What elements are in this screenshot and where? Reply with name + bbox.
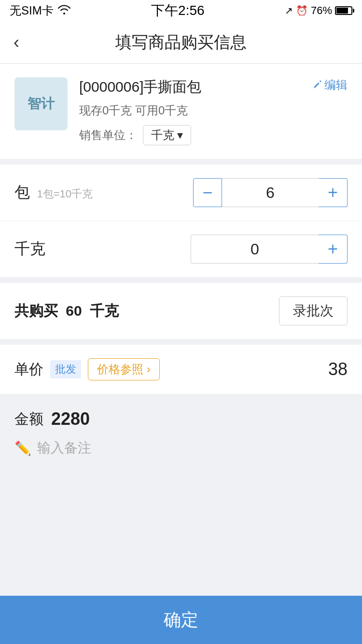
product-logo: 智计: [28, 95, 55, 113]
note-row[interactable]: ✏️ 输入备注: [0, 434, 362, 472]
product-unit-row: 销售单位： 千克 ▾: [79, 125, 348, 145]
battery-icon: [335, 6, 352, 15]
amount-value: 2280: [51, 409, 90, 429]
product-stock: 现存0千克 可用0千克: [79, 103, 348, 118]
quantity-row-bao: 包 1包=10千克 − +: [0, 165, 362, 221]
quantity-row-kg: 千克 +: [0, 221, 362, 277]
batch-tag: 批发: [50, 360, 81, 378]
amount-section: 金额 2280 ✏️ 输入备注: [0, 394, 362, 472]
product-name: [0000006]手撕面包: [79, 77, 201, 97]
qty-input-kg[interactable]: [191, 235, 319, 264]
nav-bar: ‹ 填写商品购买信息: [0, 21, 362, 64]
product-name-row: [0000006]手撕面包 编辑: [79, 77, 348, 97]
qty-input-bao[interactable]: [222, 178, 319, 207]
price-label-group: 单价 批发 价格参照 ›: [14, 358, 160, 380]
product-image: 智计: [14, 77, 68, 130]
page-title: 填写商品购买信息: [115, 31, 247, 54]
price-ref-button[interactable]: 价格参照 ›: [88, 358, 160, 380]
empty-area: [0, 472, 362, 607]
chevron-down-icon: ▾: [177, 128, 183, 142]
confirm-button[interactable]: 确定: [0, 596, 362, 644]
status-bar: 无SIM卡 下午2:56 ↗ ⏰ 76%: [0, 0, 362, 21]
summary-text: 共购买 60 千克: [14, 301, 119, 321]
wifi-icon: [57, 4, 71, 17]
qty-controls-kg: +: [191, 235, 348, 264]
qty-controls-bao: − +: [193, 178, 348, 207]
increment-bao-button[interactable]: +: [319, 178, 348, 207]
unit-select[interactable]: 千克 ▾: [143, 125, 191, 145]
price-label: 单价: [14, 360, 43, 379]
summary-section: 共购买 60 千克 录批次: [0, 283, 362, 339]
qty-label-kg: 千克: [14, 238, 45, 260]
pencil-icon: ✏️: [14, 440, 31, 456]
location-icon: ↗: [285, 5, 293, 16]
note-input-placeholder[interactable]: 输入备注: [37, 439, 91, 457]
price-row: 单价 批发 价格参照 › 38: [0, 345, 362, 394]
decrement-bao-button[interactable]: −: [193, 178, 222, 207]
edit-button[interactable]: 编辑: [313, 77, 348, 93]
price-value: 38: [328, 359, 348, 379]
amount-label: 金额: [14, 409, 43, 429]
back-button[interactable]: ‹: [14, 32, 19, 53]
increment-kg-button[interactable]: +: [319, 235, 348, 264]
product-card: 智计 [0000006]手撕面包 编辑 现存0千克 可用0千克 销售单位： 千克…: [0, 64, 362, 159]
status-right: ↗ ⏰ 76%: [285, 4, 352, 17]
unit-label: 销售单位：: [79, 127, 137, 143]
battery-percent: 76%: [311, 4, 332, 17]
amount-row: 金额 2280: [0, 394, 362, 434]
status-left: 无SIM卡: [10, 3, 71, 18]
product-info: [0000006]手撕面包 编辑 现存0千克 可用0千克 销售单位： 千克 ▾: [79, 77, 348, 145]
batch-button[interactable]: 录批次: [279, 296, 348, 325]
alarm-icon: ⏰: [296, 5, 308, 16]
status-time: 下午2:56: [151, 1, 205, 20]
carrier-text: 无SIM卡: [10, 3, 54, 18]
quantity-section: 包 1包=10千克 − + 千克 +: [0, 165, 362, 277]
qty-label-bao: 包 1包=10千克: [14, 182, 93, 203]
